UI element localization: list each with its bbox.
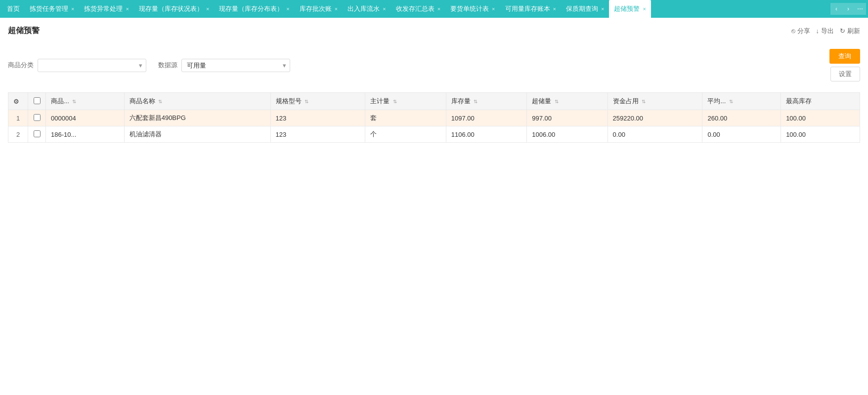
table-row: 1 0000004 六配套新昌490BPG 123 套 1097.00 997.… [8,110,860,126]
settings-button[interactable]: 设置 [830,67,860,81]
col-unit[interactable]: 主计量 ⇅ [365,93,446,110]
cell-max-stock-0: 100.00 [781,110,860,126]
close-icon[interactable]: × [383,0,386,18]
settings-column-header[interactable]: ⚙ [8,93,28,110]
nav-item-11[interactable]: 超储预警× [609,0,651,18]
nav-item-0[interactable]: 首页 [2,0,25,18]
sort-icon-product-name: ⇅ [158,99,162,104]
export-button[interactable]: ↓ 导出 [816,27,834,36]
data-source-select[interactable]: 可用量 [181,59,290,72]
page-content: 超储预警 ⎋ 分享 ↓ 导出 ↻ 刷新 商品分类 [0,18,868,395]
row-checkbox-cell-1 [28,126,46,143]
cell-stock-0: 1097.00 [446,110,526,126]
nav-label: 收发存汇总表 [396,0,434,18]
table-body: 1 0000004 六配套新昌490BPG 123 套 1097.00 997.… [8,110,860,143]
close-icon[interactable]: × [553,0,556,18]
nav-label: 拣货异常处理 [84,0,123,18]
cell-avg-0: 260.00 [702,110,781,126]
close-icon[interactable]: × [492,0,495,18]
cell-over-stock-0: 997.00 [527,110,608,126]
data-source-select-wrapper: 可用量 [181,59,290,72]
nav-item-8[interactable]: 要货单统计表× [445,0,500,18]
nav-label: 现存量（库存分布表） [219,0,283,18]
data-source-filter: 数据源 可用量 [158,59,290,72]
row-gear-1: 2 [8,126,28,143]
nav-more-button[interactable]: ⋯ [854,3,866,15]
gear-icon: ⚙ [13,98,19,105]
nav-label: 首页 [7,0,20,18]
col-product-code[interactable]: 商品... ⇅ [46,93,125,110]
nav-item-3[interactable]: 现存量（库存状况表）× [134,0,214,18]
row-checkbox-0[interactable] [34,114,41,121]
filter-bar: 商品分类 数据源 可用量 查询 设置 [8,44,860,86]
sort-icon-over-stock: ⇅ [555,99,559,104]
nav-item-5[interactable]: 库存批次账× [295,0,343,18]
sort-icon-avg: ⇅ [729,99,733,104]
row-checkbox-cell-0 [28,110,46,126]
col-max-stock[interactable]: 最高库存 [781,93,860,110]
nav-item-6[interactable]: 出入库流水× [343,0,391,18]
nav-label: 出入库流水 [347,0,380,18]
cell-product-name-1: 机油滤清器 [124,126,270,143]
page-title: 超储预警 [8,26,40,36]
page-actions: ⎋ 分享 ↓ 导出 ↻ 刷新 [791,27,861,36]
share-button[interactable]: ⎋ 分享 [791,27,810,36]
cell-capital-used-0: 259220.00 [608,110,702,126]
nav-prev-button[interactable]: ‹ [830,3,842,15]
close-icon[interactable]: × [437,0,440,18]
close-icon[interactable]: × [601,0,604,18]
cell-unit-0: 套 [365,110,446,126]
nav-item-10[interactable]: 保质期查询× [561,0,609,18]
cell-max-stock-1: 100.00 [781,126,860,143]
table-header: ⚙ 商品... ⇅ 商品名称 ⇅ 规格型号 ⇅ 主计量 [8,93,860,110]
top-navigation: 首页拣货任务管理×拣货异常处理×现存量（库存状况表）×现存量（库存分布表）×库存… [0,0,868,18]
nav-label: 可用量库存账本 [505,0,550,18]
cell-spec-0: 123 [270,110,365,126]
cell-product-name-0: 六配套新昌490BPG [124,110,270,126]
close-icon[interactable]: × [126,0,129,18]
nav-item-9[interactable]: 可用量库存账本× [500,0,561,18]
col-product-name[interactable]: 商品名称 ⇅ [124,93,270,110]
nav-label: 保质期查询 [566,0,598,18]
select-all-checkbox[interactable] [34,97,41,104]
share-icon: ⎋ [791,27,795,35]
close-icon[interactable]: × [643,0,646,18]
query-button[interactable]: 查询 [829,49,860,64]
nav-label: 超储预警 [614,0,640,18]
cell-product-code-1: 186-10... [46,126,125,143]
refresh-icon: ↻ [840,27,845,35]
product-category-filter: 商品分类 [8,59,146,72]
nav-item-2[interactable]: 拣货异常处理× [79,0,133,18]
sort-icon-stock: ⇅ [474,99,477,104]
cell-unit-1: 个 [365,126,446,143]
nav-label: 现存量（库存状况表） [139,0,203,18]
row-checkbox-1[interactable] [34,130,41,137]
close-icon[interactable]: × [335,0,338,18]
product-category-select[interactable] [38,59,146,72]
sort-icon-product-code: ⇅ [72,99,76,104]
sort-icon-capital-used: ⇅ [642,99,646,104]
nav-label: 库存批次账 [300,0,332,18]
col-avg[interactable]: 平均... ⇅ [702,93,781,110]
close-icon[interactable]: × [286,0,289,18]
cell-spec-1: 123 [270,126,365,143]
col-stock[interactable]: 库存量 ⇅ [446,93,526,110]
sort-icon-unit: ⇅ [393,99,397,104]
data-table: ⚙ 商品... ⇅ 商品名称 ⇅ 规格型号 ⇅ 主计量 [8,92,860,143]
col-spec[interactable]: 规格型号 ⇅ [270,93,365,110]
nav-next-button[interactable]: › [842,3,854,15]
export-icon: ↓ [816,27,820,35]
refresh-button[interactable]: ↻ 刷新 [840,27,860,36]
cell-capital-used-1: 0.00 [608,126,702,143]
nav-item-4[interactable]: 现存量（库存分布表）× [214,0,294,18]
nav-item-7[interactable]: 收发存汇总表× [391,0,445,18]
close-icon[interactable]: × [206,0,209,18]
col-capital-used[interactable]: 资金占用 ⇅ [608,93,702,110]
col-over-stock[interactable]: 超储量 ⇅ [527,93,608,110]
sort-icon-spec: ⇅ [304,99,308,104]
table-row: 2 186-10... 机油滤清器 123 个 1106.00 1006.00 … [8,126,860,143]
nav-label: 拣货任务管理 [30,0,68,18]
close-icon[interactable]: × [71,0,74,18]
nav-item-1[interactable]: 拣货任务管理× [25,0,79,18]
row-gear-0: 1 [8,110,28,126]
